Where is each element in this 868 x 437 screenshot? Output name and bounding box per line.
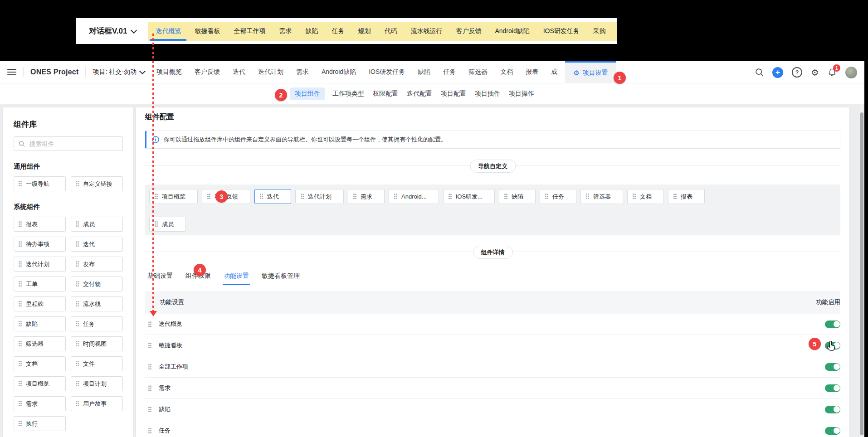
- feature-toggle-on[interactable]: [825, 406, 840, 413]
- subnav-item[interactable]: 项目操作: [508, 87, 535, 100]
- nav-item-truncated[interactable]: 成: [551, 68, 559, 76]
- component-chip[interactable]: 成员: [71, 217, 123, 232]
- component-chip[interactable]: 发布: [71, 257, 123, 272]
- nav-chip[interactable]: 成员: [149, 217, 186, 232]
- scrollbar-thumb[interactable]: [860, 112, 863, 435]
- tab-feature-settings[interactable]: 功能设置: [224, 272, 249, 285]
- dialog-tab[interactable]: 全部工作项: [227, 22, 272, 41]
- create-button[interactable]: +: [772, 67, 783, 78]
- hamburger-menu-icon[interactable]: [7, 69, 16, 75]
- component-chip[interactable]: 里程碑: [14, 296, 66, 311]
- component-chip[interactable]: 交付物: [71, 277, 123, 291]
- feature-toggle-on[interactable]: [825, 384, 840, 392]
- component-chip[interactable]: 流水线: [71, 296, 123, 311]
- subnav-item[interactable]: 权限配置: [372, 87, 399, 100]
- nav-chip[interactable]: 筛选器: [580, 189, 623, 204]
- component-chip[interactable]: 报表: [14, 217, 66, 232]
- nav-item[interactable]: 任务: [443, 68, 456, 76]
- dialog-tab[interactable]: 敏捷看板: [188, 22, 227, 41]
- dialog-tab[interactable]: 代码: [377, 22, 404, 41]
- dialog-tab[interactable]: 需求: [272, 22, 298, 41]
- nav-item[interactable]: 项目概览: [156, 68, 182, 76]
- component-chip[interactable]: 文档: [14, 356, 66, 371]
- tab-agile-board-management[interactable]: 敏捷看板管理: [262, 272, 300, 285]
- drag-handle-icon[interactable]: [148, 321, 151, 327]
- component-chip[interactable]: 项目概览: [14, 376, 66, 391]
- component-chip[interactable]: 缺陷: [14, 316, 66, 331]
- subnav-item[interactable]: 工作项类型: [332, 87, 365, 100]
- nav-chip[interactable]: 缺陷: [499, 189, 536, 204]
- dialog-version-selector[interactable]: 对话框V.01: [76, 26, 148, 36]
- nav-item[interactable]: 迭代: [233, 68, 245, 76]
- dialog-tab[interactable]: 规划: [351, 22, 377, 41]
- subnav-item[interactable]: 迭代配置: [406, 87, 433, 100]
- nav-item[interactable]: 筛选器: [468, 68, 488, 76]
- divider: [23, 67, 24, 77]
- column-header-feature: 功能设置: [160, 298, 184, 306]
- nav-chip[interactable]: 报表: [668, 189, 705, 204]
- avatar[interactable]: [845, 67, 857, 78]
- dialog-tab[interactable]: 采购: [586, 22, 613, 41]
- nav-chip[interactable]: Android...: [389, 189, 439, 204]
- component-chip[interactable]: 文件: [71, 356, 123, 371]
- nav-item[interactable]: 文档: [500, 68, 513, 76]
- nav-chip[interactable]: 文档: [627, 189, 664, 204]
- component-chip[interactable]: 执行: [14, 416, 66, 431]
- component-chip[interactable]: 自定义链接: [71, 176, 123, 191]
- subnav-item[interactable]: 项目插件: [474, 87, 501, 100]
- subnav-item-project-components[interactable]: 项目组件: [290, 87, 325, 100]
- component-chip[interactable]: 用户故事: [71, 396, 123, 411]
- dialog-tab[interactable]: 流水线运行: [404, 22, 449, 41]
- dialog-tab[interactable]: 客户反馈: [449, 22, 488, 41]
- component-chip[interactable]: 迭代: [71, 237, 123, 252]
- component-chip[interactable]: 一级导航: [14, 176, 66, 191]
- dialog-tab-iteration-overview[interactable]: 迭代概览: [149, 22, 188, 41]
- nav-item[interactable]: IOS研发任务: [369, 68, 405, 76]
- nav-chip[interactable]: 项目概览: [149, 189, 198, 204]
- feature-toggle-on[interactable]: [825, 427, 840, 435]
- nav-item[interactable]: 报表: [526, 68, 538, 76]
- chevron-down-icon: [131, 27, 137, 33]
- nav-chip-selected[interactable]: 迭代: [254, 189, 291, 204]
- drag-handle-icon[interactable]: [148, 364, 151, 370]
- feature-toggle-on[interactable]: [825, 320, 840, 328]
- component-chip[interactable]: 项目计划: [71, 376, 123, 391]
- feature-toggle-on[interactable]: [825, 363, 840, 371]
- component-chip[interactable]: 筛选器: [14, 336, 66, 351]
- dialog-tab[interactable]: 任务: [325, 22, 351, 41]
- dialog-tab[interactable]: Android缺陷: [488, 22, 536, 41]
- dialog-tab[interactable]: IOS研发任务: [536, 22, 586, 41]
- subnav-item[interactable]: 项目配置: [440, 87, 467, 100]
- nav-item[interactable]: 需求: [296, 68, 309, 76]
- dialog-tab[interactable]: 缺陷: [298, 22, 325, 41]
- component-search-box[interactable]: [14, 136, 123, 151]
- nav-item[interactable]: Android缺陷: [322, 68, 356, 76]
- nav-item[interactable]: 客户反馈: [195, 68, 220, 76]
- drag-handle-icon[interactable]: [148, 428, 151, 434]
- component-chip[interactable]: 待办事项: [14, 237, 66, 252]
- tab-project-settings[interactable]: ⚙ 项目设置: [565, 61, 616, 83]
- tab-basic-settings[interactable]: 基础设置: [147, 272, 173, 285]
- app-brand[interactable]: ONES Project: [30, 68, 78, 76]
- component-chip[interactable]: 任务: [71, 316, 123, 331]
- drag-handle-icon[interactable]: [148, 343, 151, 349]
- component-chip[interactable]: 工单: [14, 277, 66, 291]
- nav-chip[interactable]: 任务: [540, 189, 576, 204]
- nav-chip[interactable]: 迭代计划: [295, 189, 344, 204]
- search-input[interactable]: [29, 140, 118, 148]
- component-chip[interactable]: 时间视图: [71, 336, 123, 351]
- nav-chip[interactable]: IOS研发...: [443, 189, 495, 204]
- nav-item[interactable]: 迭代计划: [258, 68, 283, 76]
- component-chip[interactable]: 迭代计划: [14, 257, 66, 272]
- drag-handle-icon[interactable]: [148, 385, 151, 391]
- step-2-badge: 2: [275, 89, 287, 101]
- project-selector[interactable]: 项目: 社交-勿动: [93, 68, 144, 76]
- notifications-bell-icon[interactable]: 1: [828, 68, 837, 77]
- nav-item[interactable]: 缺陷: [418, 68, 430, 76]
- help-icon[interactable]: ?: [792, 67, 802, 78]
- nav-chip[interactable]: 需求: [348, 189, 385, 204]
- drag-handle-icon[interactable]: [148, 407, 151, 413]
- search-icon[interactable]: [755, 68, 764, 77]
- component-chip[interactable]: 需求: [14, 396, 66, 411]
- settings-gear-icon[interactable]: ⚙: [811, 68, 819, 77]
